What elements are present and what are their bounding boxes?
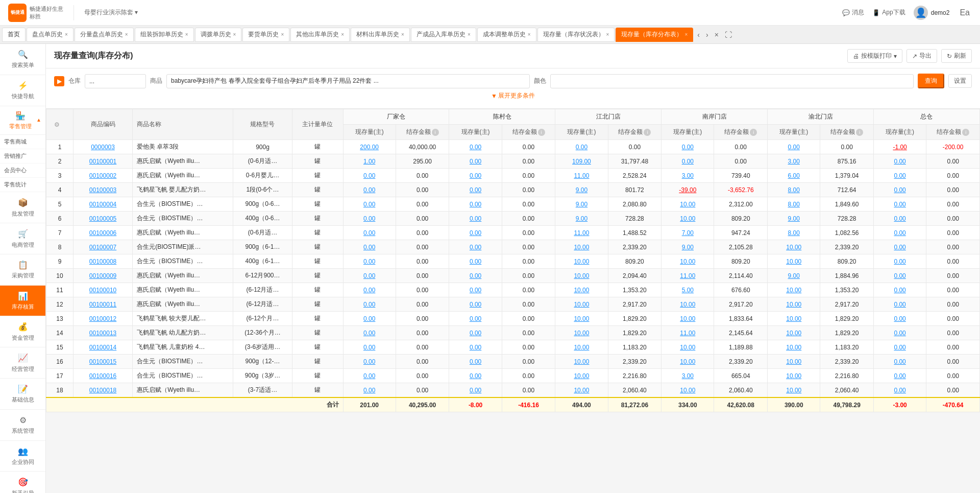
row-z-qty[interactable]: 0.00 (873, 197, 926, 212)
row-na-qty[interactable]: 0.00 (662, 140, 714, 154)
close-icon[interactable]: × (233, 32, 236, 37)
info-icon[interactable]: i (962, 129, 969, 136)
row-jb-qty[interactable]: 9.00 (555, 212, 608, 226)
info-icon[interactable]: i (432, 129, 439, 136)
row-na-qty[interactable]: 10.00 (662, 197, 714, 212)
goods-input[interactable] (166, 74, 530, 88)
row-jb-qty[interactable]: 11.00 (555, 226, 608, 240)
sidebar-item-nav[interactable]: ⚡ 快捷导航 (0, 75, 45, 106)
export-btn[interactable]: ↗ 导出 (906, 49, 937, 63)
row-z-qty[interactable]: 0.00 (873, 312, 926, 326)
row-f-qty[interactable]: 0.00 (343, 369, 396, 383)
row-f-qty[interactable]: 200.00 (343, 140, 396, 154)
sidebar-item-finance[interactable]: 💰 资金管理 (0, 316, 45, 347)
expand-btn[interactable]: ▶ (54, 76, 64, 86)
print-btn[interactable]: 🖨 按模版打印 ▾ (847, 49, 902, 63)
row-na-qty[interactable]: 3.00 (662, 169, 714, 183)
row-c-qty[interactable]: 0.00 (449, 269, 502, 283)
row-f-qty[interactable]: 0.00 (343, 240, 396, 254)
row-z-qty[interactable]: 0.00 (873, 226, 926, 240)
tab-home[interactable]: 首页 (2, 28, 26, 42)
info-icon[interactable]: i (750, 129, 757, 136)
row-c-qty[interactable]: 0.00 (449, 297, 502, 312)
sidebar-sub-member[interactable]: 会员中心 (0, 163, 45, 178)
row-z-qty[interactable]: 0.00 (873, 254, 926, 269)
row-jb-qty[interactable]: 9.00 (555, 197, 608, 212)
sidebar-sub-marketing[interactable]: 营销推广 (0, 149, 45, 163)
toggle-more-btn[interactable]: ▼ 展开更多条件 (491, 91, 535, 100)
close-icon[interactable]: × (341, 32, 344, 37)
row-c-qty[interactable]: 0.00 (449, 283, 502, 297)
row-jb-qty[interactable]: 10.00 (555, 283, 608, 297)
row-code[interactable]: 00100016 (73, 369, 132, 383)
row-yb-qty[interactable]: 10.00 (768, 254, 820, 269)
row-jb-qty[interactable]: 10.00 (555, 240, 608, 254)
row-code[interactable]: 00100005 (73, 212, 132, 226)
row-jb-qty[interactable]: 109.00 (555, 154, 608, 169)
row-jb-qty[interactable]: 10.00 (555, 269, 608, 283)
row-na-qty[interactable]: 10.00 (662, 312, 714, 326)
row-z-qty[interactable]: 0.00 (873, 383, 926, 398)
app-download-btn[interactable]: 📱 App下载 (872, 8, 905, 17)
sidebar-item-search[interactable]: 🔍 搜索英单 (0, 44, 45, 75)
sidebar-sub-stats[interactable]: 零售统计 (0, 178, 45, 192)
row-jb-qty[interactable]: 10.00 (555, 355, 608, 369)
row-na-qty[interactable]: 11.00 (662, 326, 714, 340)
row-yb-qty[interactable]: 10.00 (768, 297, 820, 312)
row-c-qty[interactable]: 0.00 (449, 369, 502, 383)
row-c-qty[interactable]: 0.00 (449, 355, 502, 369)
row-z-qty[interactable]: 0.00 (873, 240, 926, 254)
row-z-qty[interactable]: 0.00 (873, 297, 926, 312)
row-f-qty[interactable]: 0.00 (343, 297, 396, 312)
row-jb-qty[interactable]: 10.00 (555, 340, 608, 355)
row-na-qty[interactable]: 5.00 (662, 283, 714, 297)
row-code[interactable]: 00100018 (73, 383, 132, 398)
row-c-qty[interactable]: 0.00 (449, 312, 502, 326)
tab-chengben[interactable]: 成本调整单历史 × (477, 28, 536, 42)
sidebar-item-ecommerce[interactable]: 🛒 电商管理 (0, 223, 45, 254)
color-input[interactable] (550, 74, 914, 88)
row-z-qty[interactable]: 0.00 (873, 212, 926, 226)
sidebar-item-inventory[interactable]: 📊 库存核算 (0, 286, 45, 317)
row-yb-qty[interactable]: 10.00 (768, 383, 820, 398)
close-icon[interactable]: × (684, 32, 688, 37)
row-f-qty[interactable]: 0.00 (343, 283, 396, 297)
row-jb-qty[interactable]: 10.00 (555, 369, 608, 383)
sidebar-item-guide[interactable]: 🎯 新手引导 (0, 472, 45, 493)
sidebar-item-basic[interactable]: 📝 基础信息 (0, 379, 45, 410)
row-jb-qty[interactable]: 10.00 (555, 254, 608, 269)
row-code[interactable]: 00100012 (73, 312, 132, 326)
row-yb-qty[interactable]: 10.00 (768, 369, 820, 383)
row-na-qty[interactable]: 11.00 (662, 269, 714, 283)
sidebar-item-wholesale[interactable]: 📦 批发管理 (0, 192, 45, 223)
tab-cailiao[interactable]: 材料出库单历史 × (351, 28, 410, 42)
tab-yaohuo[interactable]: 要货单历史 × (242, 28, 289, 42)
row-jb-qty[interactable]: 11.00 (555, 169, 608, 183)
refresh-btn[interactable]: ↻ 刷新 (941, 49, 972, 63)
row-z-qty[interactable]: 0.00 (873, 269, 926, 283)
row-f-qty[interactable]: 0.00 (343, 212, 396, 226)
row-yb-qty[interactable]: 10.00 (768, 326, 820, 340)
row-c-qty[interactable]: 0.00 (449, 140, 502, 154)
info-icon[interactable]: i (856, 129, 863, 136)
row-code[interactable]: 00100015 (73, 355, 132, 369)
row-f-qty[interactable]: 0.00 (343, 269, 396, 283)
close-icon[interactable]: × (401, 32, 404, 37)
tab-cunkuang[interactable]: 现存量（库存状况表） × (537, 28, 615, 42)
row-yb-qty[interactable]: 9.00 (768, 269, 820, 283)
row-c-qty[interactable]: 0.00 (449, 383, 502, 398)
close-icon[interactable]: × (281, 32, 284, 37)
sidebar-item-purchase[interactable]: 📋 采购管理 (0, 254, 45, 286)
row-f-qty[interactable]: 0.00 (343, 183, 396, 197)
row-yb-qty[interactable]: 9.00 (768, 212, 820, 226)
org-selector[interactable]: 母婴行业演示陈套 ▾ (84, 8, 138, 17)
row-yb-qty[interactable]: 8.00 (768, 226, 820, 240)
row-f-qty[interactable]: 0.00 (343, 355, 396, 369)
sidebar-item-retail[interactable]: 🏪 零售管理 ▲ (0, 106, 45, 135)
row-na-qty[interactable]: 10.00 (662, 340, 714, 355)
sidebar-item-operation[interactable]: 📈 经营管理 (0, 347, 45, 379)
row-f-qty[interactable]: 0.00 (343, 169, 396, 183)
row-code[interactable]: 00100011 (73, 297, 132, 312)
row-z-qty[interactable]: 0.00 (873, 355, 926, 369)
row-f-qty[interactable]: 0.00 (343, 226, 396, 240)
